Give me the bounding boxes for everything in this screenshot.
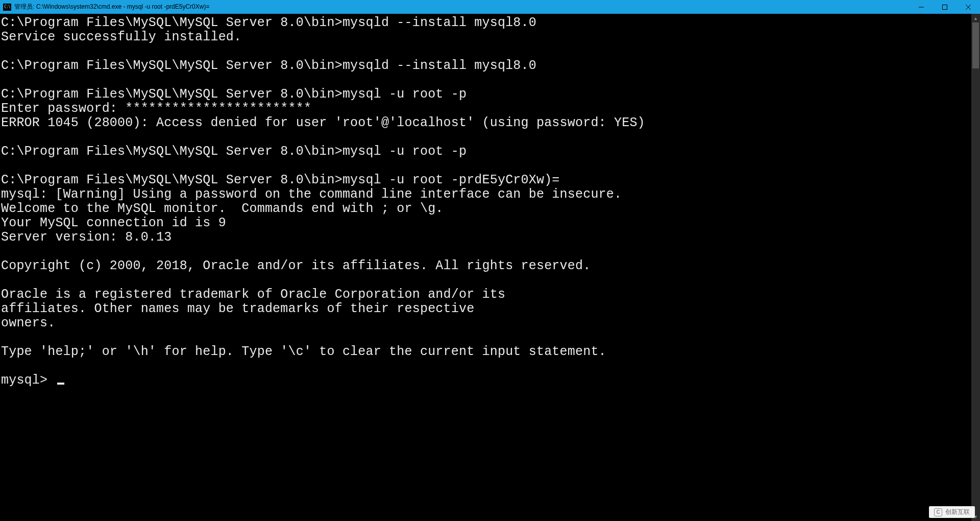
cmd-window: C:\ 管理员: C:\Windows\system32\cmd.exe - m… <box>0 0 980 521</box>
close-icon <box>966 5 971 10</box>
terminal-output[interactable]: C:\Program Files\MySQL\MySQL Server 8.0\… <box>0 14 971 521</box>
cursor-icon <box>57 383 64 385</box>
maximize-button[interactable] <box>933 0 957 14</box>
minimize-button[interactable] <box>910 0 933 14</box>
window-title: 管理员: C:\Windows\system32\cmd.exe - mysql… <box>14 3 209 11</box>
watermark-text: 创新互联 <box>945 508 970 516</box>
terminal-area: C:\Program Files\MySQL\MySQL Server 8.0\… <box>0 14 980 521</box>
close-button[interactable] <box>957 0 980 14</box>
titlebar[interactable]: C:\ 管理员: C:\Windows\system32\cmd.exe - m… <box>0 0 980 14</box>
watermark-logo-icon: C <box>934 508 942 516</box>
watermark-badge: C 创新互联 <box>929 506 975 518</box>
maximize-icon <box>942 5 947 10</box>
scroll-up-arrow-icon[interactable]: ▲ <box>971 14 980 22</box>
cmd-icon: C:\ <box>3 4 11 11</box>
svg-rect-1 <box>943 5 947 9</box>
scrollbar-thumb[interactable] <box>972 22 979 68</box>
window-controls <box>910 0 980 14</box>
vertical-scrollbar[interactable]: ▲ ▼ <box>971 14 980 521</box>
minimize-icon <box>919 5 924 10</box>
